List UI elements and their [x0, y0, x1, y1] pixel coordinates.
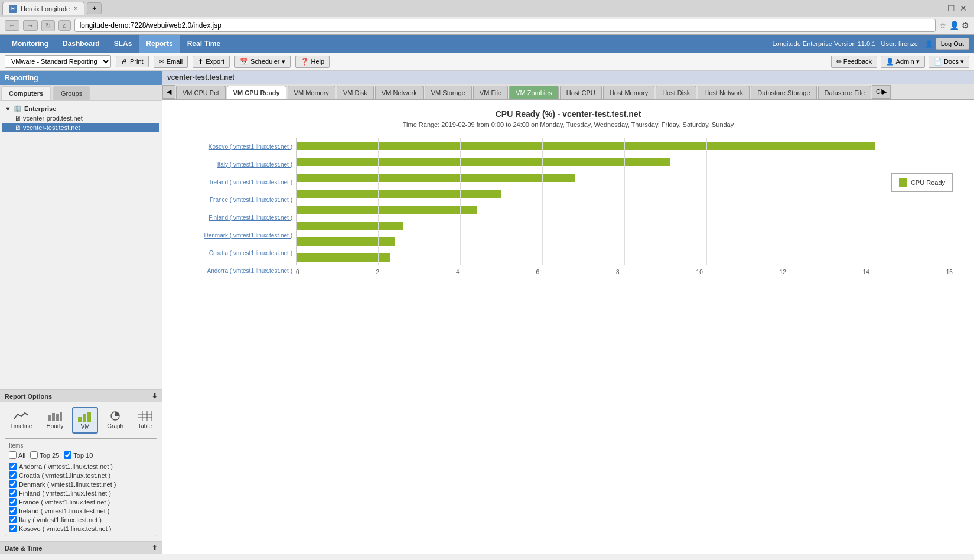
top25-checkbox[interactable] — [30, 451, 38, 459]
reporting-select[interactable]: VMware - Standard Reporting — [5, 55, 111, 68]
bar-label-croatia[interactable]: Croatia ( vmtest1.linux.test.net ) — [184, 249, 292, 257]
nav-slas[interactable]: SLAs — [107, 35, 139, 53]
tab-vmfile[interactable]: VM File — [473, 86, 508, 99]
tree-vcenter-prod[interactable]: 🖥 vcenter-prod.test.net — [2, 113, 159, 123]
bookmark-button[interactable]: ☆ — [939, 21, 947, 30]
chart-legend: CPU Ready — [891, 173, 953, 192]
feedback-button[interactable]: ✏ Feedback — [831, 56, 877, 68]
reload-button[interactable]: ↻ — [41, 20, 55, 31]
tab-vmdisk[interactable]: VM Disk — [337, 86, 374, 99]
all-checkbox-label[interactable]: All — [9, 451, 25, 459]
tab-hostnetwork[interactable]: Host Network — [698, 86, 750, 99]
all-checkbox[interactable] — [9, 451, 17, 459]
hourly-view-button[interactable]: Hourly — [41, 407, 69, 434]
item-denmark-checkbox[interactable] — [9, 480, 17, 488]
bar-label-denmark[interactable]: Denmark ( vmtest1.linux.test.net ) — [184, 232, 292, 239]
tree-vcenter-test[interactable]: 🖥 vcenter-test.test.net — [2, 123, 159, 132]
sidebar-tab-computers[interactable]: Computers — [1, 86, 51, 100]
bar-label-finland[interactable]: Finland ( vmtest1.linux.test.net ) — [184, 214, 292, 222]
tab-prev-button[interactable]: ◀ — [162, 85, 175, 99]
x-label-6: 6 — [536, 269, 540, 275]
tab-vmcpuready[interactable]: VM CPU Ready — [227, 86, 286, 99]
favicon: H — [9, 5, 17, 13]
docs-button[interactable]: 📄 Docs ▾ — [929, 56, 969, 68]
tab-hostdisk[interactable]: Host Disk — [656, 86, 696, 99]
timeline-icon — [14, 410, 28, 422]
item-kosovo-checkbox[interactable] — [9, 525, 17, 532]
nav-dashboard[interactable]: Dashboard — [56, 35, 107, 53]
bar-label-andorra[interactable]: Andorra ( vmtest1.linux.test.net ) — [184, 267, 292, 275]
tab-vmzombies[interactable]: VM Zombies — [509, 86, 559, 99]
svg-rect-1 — [52, 413, 55, 421]
table-view-button[interactable]: Table — [132, 407, 157, 434]
tab-datastorestorage[interactable]: Datastore Storage — [751, 86, 816, 99]
home-button[interactable]: ⌂ — [58, 20, 71, 31]
tab-hostmemory[interactable]: Host Memory — [603, 86, 654, 99]
item-france-checkbox[interactable] — [9, 498, 17, 506]
help-button[interactable]: ❓ Help — [295, 56, 330, 68]
datetime-header[interactable]: Date & Time ⬆ — [0, 542, 162, 554]
list-item[interactable]: Kosovo ( vmtest1.linux.test.net ) — [9, 525, 153, 532]
datetime-toggle-icon: ⬆ — [152, 544, 157, 552]
email-button[interactable]: ✉ Email — [154, 56, 188, 68]
tab-vmmemory[interactable]: VM Memory — [288, 86, 335, 99]
back-button[interactable]: ← — [5, 20, 19, 31]
top10-checkbox[interactable] — [64, 451, 71, 459]
item-italy-checkbox[interactable] — [9, 516, 17, 523]
bar-row-italy — [296, 155, 953, 168]
list-item[interactable]: Finland ( vmtest1.linux.test.net ) — [9, 489, 153, 497]
nav-realtime[interactable]: Real Time — [180, 35, 227, 53]
tab-hostcpu[interactable]: Host CPU — [560, 86, 602, 99]
logout-button[interactable]: Log Out — [936, 38, 969, 50]
minimize-button[interactable]: — — [934, 4, 943, 13]
graph-view-button[interactable]: Graph — [102, 407, 129, 434]
tab-vmnetwork[interactable]: VM Network — [375, 86, 424, 99]
bar-label-kosovo[interactable]: Kosovo ( vmtest1.linux.test.net ) — [184, 143, 292, 151]
report-options-header[interactable]: Report Options ⬇ — [0, 390, 162, 402]
nav-monitoring[interactable]: Monitoring — [5, 35, 56, 53]
bar-row-kosovo — [296, 139, 953, 152]
graph-icon — [108, 410, 122, 422]
bar-france — [296, 190, 501, 198]
extensions-button[interactable]: ⚙ — [962, 21, 969, 30]
export-button[interactable]: ⬆ Export — [193, 56, 230, 68]
nav-reports[interactable]: Reports — [139, 35, 180, 53]
tab-datastorefile[interactable]: Datastore File — [818, 86, 871, 99]
item-croatia-checkbox[interactable] — [9, 471, 17, 479]
tab-next-button[interactable]: Cl▶ — [872, 85, 891, 99]
item-ireland-checkbox[interactable] — [9, 507, 17, 515]
list-item[interactable]: Croatia ( vmtest1.linux.test.net ) — [9, 471, 153, 479]
list-item[interactable]: Denmark ( vmtest1.linux.test.net ) — [9, 480, 153, 488]
sidebar-tab-groups[interactable]: Groups — [53, 86, 90, 100]
timeline-view-button[interactable]: Timeline — [5, 407, 37, 434]
url-input[interactable] — [74, 19, 936, 32]
close-button[interactable]: ✕ — [960, 4, 967, 13]
user-profile-button[interactable]: 👤 — [949, 21, 959, 30]
item-finland-checkbox[interactable] — [9, 489, 17, 497]
item-andorra-checkbox[interactable] — [9, 463, 17, 470]
bar-label-france[interactable]: France ( vmtest1.linux.test.net ) — [184, 196, 292, 204]
list-item[interactable]: France ( vmtest1.linux.test.net ) — [9, 498, 153, 506]
svg-rect-4 — [78, 417, 82, 422]
browser-tab[interactable]: H Heroix Longitude ✕ — [2, 2, 84, 15]
new-tab-button[interactable]: + — [87, 2, 101, 14]
bar-label-ireland[interactable]: Ireland ( vmtest1.linux.test.net ) — [184, 178, 292, 186]
list-item[interactable]: Andorra ( vmtest1.linux.test.net ) — [9, 463, 153, 470]
top25-checkbox-label[interactable]: Top 25 — [30, 451, 59, 459]
svg-rect-6 — [87, 412, 91, 422]
maximize-button[interactable]: ☐ — [947, 4, 955, 13]
tab-vmcpupct[interactable]: VM CPU Pct — [176, 86, 226, 99]
admin-button[interactable]: 👤 Admin ▾ — [881, 56, 925, 68]
tab-vmstorage[interactable]: VM Storage — [425, 86, 472, 99]
tree-enterprise[interactable]: ▼ 🏢 Enterprise — [2, 103, 159, 113]
scheduler-button[interactable]: 📅 Scheduler ▾ — [234, 56, 291, 68]
list-item[interactable]: Ireland ( vmtest1.linux.test.net ) — [9, 507, 153, 515]
top10-checkbox-label[interactable]: Top 10 — [64, 451, 93, 459]
bar-label-italy[interactable]: Italy ( vmtest1.linux.test.net ) — [184, 161, 292, 168]
tab-close-button[interactable]: ✕ — [73, 5, 78, 12]
print-button[interactable]: 🖨 Print — [116, 56, 149, 67]
forward-button[interactable]: → — [23, 20, 38, 31]
vm-view-button[interactable]: VM — [72, 407, 98, 434]
list-item[interactable]: Italy ( vmtest1.linux.test.net ) — [9, 516, 153, 523]
report-options-section: Report Options ⬇ Timeline Hour — [0, 389, 162, 541]
